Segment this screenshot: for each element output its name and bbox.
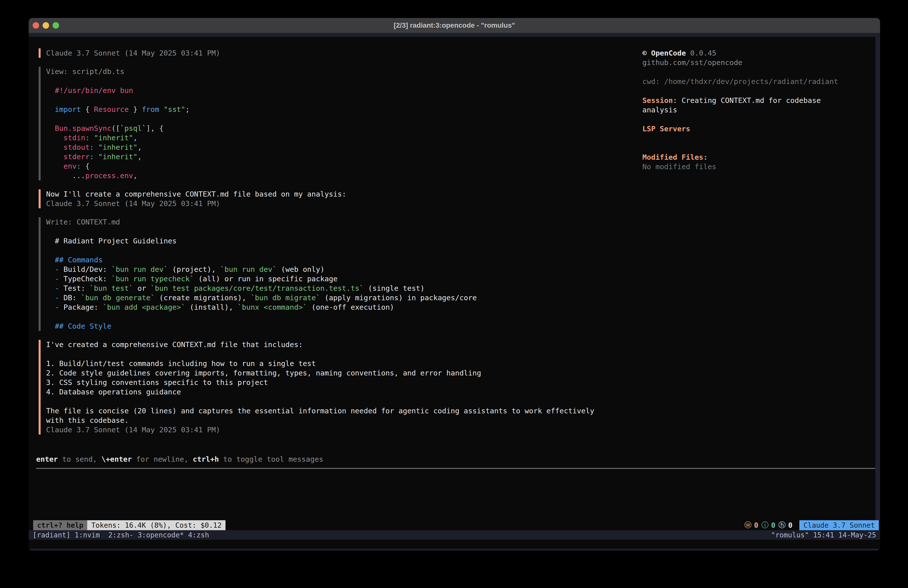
tmux-window-list[interactable]: [radiant] 1:nvim 2:zsh- 3:opencode* 4:zs… [33,531,209,539]
sidebar-line: Session: Creating CONTEXT.md for codebas… [642,96,880,105]
terminal-bottom-padding [29,549,880,551]
message-block: I've created a comprehensive CONTEXT.md … [39,340,637,435]
sidebar-line [642,67,880,77]
message-line: 2. Code style guidelines covering import… [46,368,637,378]
sidebar-line [642,114,880,124]
message-line: # Radiant Project Guidelines [46,236,637,246]
message-line: - DB: `bun db generate` (create migratio… [46,293,637,303]
sidebar-line: analysis [642,105,880,114]
message-line: env: { [46,161,637,171]
model-chip: Claude 3.7 Sonnet [799,520,879,530]
sidebar-line [642,86,880,96]
window-title: [2/3] radiant:3:opencode - "romulus" [29,21,880,29]
sidebar-line [642,143,880,153]
warning-count: ⓦ0 [744,520,758,530]
message-line: - TypeCheck: `bun run typecheck` (all) o… [46,274,637,284]
message-line: - Package: `bun add <package>` (install)… [46,303,637,312]
sidebar-line: Modified Files: [642,153,880,162]
session-sidebar: © OpenCode 0.0.45github.com/sst/opencode… [642,48,880,171]
message-block: Now I'll create a comprehensive CONTEXT.… [39,189,637,208]
message-line: import { Resource } from "sst"; [46,105,637,114]
hint-count: ⓗ0 [778,520,792,530]
message-line [46,349,637,359]
message-block: Write: CONTEXT.md # Radiant Project Guid… [39,217,637,331]
info-count: ⓘ0 [761,520,775,530]
message-line: Claude 3.7 Sonnet (14 May 2025 03:41 PM) [46,48,637,58]
message-line: I've created a comprehensive CONTEXT.md … [46,340,637,349]
message-line: - Build/Dev: `bun run dev` (project), `b… [46,264,637,274]
message-line [46,246,637,255]
message-line: with this codebase. [46,416,637,425]
message-line: The file is concise (20 lines) and captu… [46,406,637,416]
statusbar-spacer [225,520,744,530]
message-line: Bun.spawnSync([`psql`], { [46,124,637,133]
sidebar-line: No modified files [642,162,880,171]
message-line: ## Code Style [46,321,637,331]
sidebar-line: github.com/sst/opencode [642,58,880,67]
message-block: Claude 3.7 Sonnet (14 May 2025 03:41 PM) [39,48,637,58]
sidebar-line: LSP Servers [642,124,880,134]
message-line [46,76,637,86]
sidebar-line: cwd: /home/thdxr/dev/projects/radiant/ra… [642,77,880,86]
keybinding-hint: enter to send, \+enter for newline, ctrl… [36,454,323,464]
message-line: 4. Database operations guidance [46,387,637,397]
prompt-input[interactable]: > [29,469,875,519]
warning-count-icon: ⓦ [744,520,752,530]
message-line: Claude 3.7 Sonnet (14 May 2025 03:41 PM) [46,199,637,208]
sidebar-line [642,134,880,143]
message-line [46,227,637,236]
tmux-session-clock: "romulus" 15:41 14-May-25 [771,531,876,539]
terminal-top-padding [29,33,880,37]
message-block: View: script/db.ts #!/usr/bin/env bun im… [39,67,637,180]
message-line [46,95,637,105]
message-line: ## Commands [46,255,637,264]
message-line: Write: CONTEXT.md [46,217,637,227]
chat-message-list: Claude 3.7 Sonnet (14 May 2025 03:41 PM)… [39,48,637,443]
tokens-cost-chip: Tokens: 16.4K (8%), Cost: $0.12 [87,520,225,530]
message-line [46,397,637,406]
sidebar-line: © OpenCode 0.0.45 [642,48,880,58]
message-line: stderr: "inherit", [46,152,637,161]
message-line: 1. Build/lint/test commands including ho… [46,359,637,368]
hint-count-icon: ⓗ [778,520,786,530]
message-line [46,312,637,321]
opencode-status-bar: ctrl+? help Tokens: 16.4K (8%), Cost: $0… [29,520,880,530]
terminal-content: Claude 3.7 Sonnet (14 May 2025 03:41 PM)… [29,33,880,551]
tmux-status-bar: [radiant] 1:nvim 2:zsh- 3:opencode* 4:zs… [29,530,880,540]
message-line: Claude 3.7 Sonnet (14 May 2025 03:41 PM) [46,425,637,435]
message-line: Now I'll create a comprehensive CONTEXT.… [46,189,637,199]
keybinding-hint-text: enter to send, \+enter for newline, ctrl… [36,454,323,464]
message-line: - Test: `bun test` or `bun test packages… [46,284,637,293]
help-shortcut-chip: ctrl+? help [33,520,87,530]
message-line: stdout: "inherit", [46,142,637,152]
message-line: View: script/db.ts [46,67,637,76]
message-line: #!/usr/bin/env bun [46,86,637,95]
diagnostic-counters: ⓦ0ⓘ0ⓗ0 [744,520,792,530]
info-count-icon: ⓘ [761,520,768,530]
window-titlebar: [2/3] radiant:3:opencode - "romulus" [29,18,880,33]
message-line [46,114,637,124]
message-line: ...process.env, [46,171,637,180]
message-line: 3. CSS styling conventions specific to t… [46,378,637,387]
terminal-window: [2/3] radiant:3:opencode - "romulus" Cla… [29,18,880,551]
message-line: stdin: "inherit", [46,133,637,142]
